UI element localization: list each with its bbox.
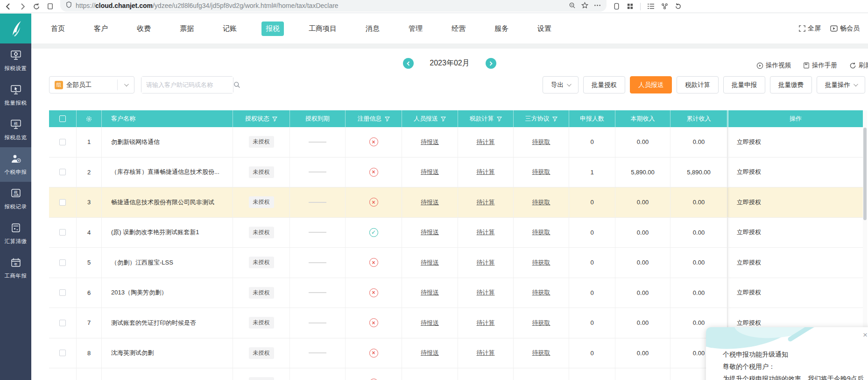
tripartite-link[interactable]: 待获取 [532, 258, 550, 267]
sidebar-item-工商年报[interactable]: 年工商年报 [0, 251, 31, 286]
registration-error-icon[interactable]: × [369, 288, 378, 297]
zoom-out-icon[interactable] [569, 2, 576, 9]
nav-item-消息[interactable]: 消息 [361, 22, 384, 36]
tripartite-link[interactable]: 待获取 [532, 228, 550, 237]
extension-undo-icon[interactable] [675, 3, 682, 10]
url-text[interactable]: https://cloud.chanjet.com/ydzee/u2tl8l6u… [76, 2, 565, 9]
filter-funnel-icon[interactable] [552, 116, 557, 122]
row-checkbox[interactable] [59, 289, 66, 296]
member-button[interactable]: 畅会员 [830, 24, 860, 33]
sidebar-item-报税设置[interactable]: 报税设置 [0, 43, 31, 78]
tax-calc-link[interactable]: 待计算 [477, 228, 495, 237]
nav-item-首页[interactable]: 首页 [47, 22, 69, 36]
more-options-icon[interactable] [594, 4, 601, 7]
authorize-now-link[interactable]: 立即授权 [737, 258, 761, 267]
registration-error-icon[interactable]: × [369, 137, 378, 146]
sidebar-item-报税总览[interactable]: 税报税总览 [0, 113, 31, 147]
employee-dropdown[interactable]: 组 全部员工 [49, 76, 134, 93]
registration-error-icon[interactable]: × [369, 168, 378, 177]
tax-calc-link[interactable]: 待计算 [477, 288, 495, 297]
nav-item-报税[interactable]: 报税 [261, 22, 284, 36]
batch-operate-button[interactable]: 批量操作 [817, 76, 865, 93]
person-submit-link[interactable]: 待报送 [421, 168, 439, 176]
site-security-icon[interactable] [66, 1, 72, 10]
prev-month-button[interactable] [403, 58, 414, 69]
back-icon[interactable] [5, 3, 12, 10]
person-submit-link[interactable]: 待报送 [421, 288, 439, 297]
column-header-tripartite[interactable]: 三方协议 [513, 110, 569, 127]
tax-calc-link[interactable]: 待计算 [477, 319, 495, 327]
row-checkbox[interactable] [59, 139, 66, 145]
column-header-tax_calc[interactable]: 税款计算 [458, 110, 513, 127]
export-button[interactable]: 导出 [543, 76, 579, 93]
row-checkbox[interactable] [59, 199, 66, 206]
person-submit-link[interactable]: 待报送 [421, 258, 439, 267]
authorize-now-link[interactable]: 立即授权 [737, 288, 761, 297]
search-input[interactable] [141, 77, 233, 93]
authorize-now-link[interactable]: 立即授权 [737, 319, 761, 327]
registration-ok-icon[interactable]: ✓ [369, 228, 378, 237]
tripartite-link[interactable]: 待获取 [532, 198, 550, 207]
row-checkbox[interactable] [59, 229, 66, 236]
filter-funnel-icon[interactable] [441, 116, 446, 122]
column-header-person_submit[interactable]: 人员报送 [402, 110, 458, 127]
sidebar-item-汇算清缴[interactable]: 汇算清缴 [0, 216, 31, 251]
registration-error-icon[interactable]: × [369, 258, 378, 267]
nav-item-服务[interactable]: 服务 [490, 22, 513, 36]
extension-branch-icon[interactable] [661, 3, 668, 10]
person-submit-link[interactable]: 待报送 [421, 349, 439, 357]
tax-calc-link[interactable]: 待计算 [477, 349, 495, 357]
nav-item-客户[interactable]: 客户 [90, 22, 112, 36]
nav-item-管理[interactable]: 管理 [404, 22, 427, 36]
row-checkbox[interactable] [59, 350, 66, 356]
extension-grid-icon[interactable] [627, 3, 634, 10]
column-header-auth_status[interactable]: 授权状态 [233, 110, 289, 127]
sidebar-item-批量报税[interactable]: 批量报税 [0, 78, 31, 113]
reload-icon[interactable] [33, 3, 40, 10]
forward-icon[interactable] [19, 3, 26, 10]
column-header-reg_info[interactable]: 注册信息 [345, 110, 402, 127]
registration-error-icon[interactable]: × [369, 318, 378, 327]
sidebar-item-报税记录[interactable]: 税报税记录 [0, 182, 31, 216]
tax-calc-link[interactable]: 待计算 [477, 258, 495, 267]
nav-item-工商项目[interactable]: 工商项目 [304, 22, 341, 36]
nav-item-记账[interactable]: 记账 [219, 22, 241, 36]
operation-manual-link[interactable]: 操作手册 [803, 61, 837, 70]
url-bar[interactable]: https://cloud.chanjet.com/ydzee/u2tl8l6u… [60, 0, 607, 12]
row-checkbox[interactable] [59, 259, 66, 266]
row-checkbox[interactable] [59, 320, 66, 326]
tax-calc-link[interactable]: 待计算 [477, 198, 495, 207]
save-page-icon[interactable] [47, 3, 54, 10]
close-icon[interactable]: × [863, 331, 868, 339]
person-submit-button[interactable]: 人员报送 [630, 76, 672, 93]
chanjet-logo[interactable] [0, 14, 31, 43]
registration-error-icon[interactable]: × [369, 349, 378, 358]
filter-funnel-icon[interactable] [272, 116, 277, 122]
operation-video-link[interactable]: 操作视频 [756, 61, 791, 70]
filter-funnel-icon[interactable] [385, 116, 390, 122]
person-submit-link[interactable]: 待报送 [421, 319, 439, 327]
nav-item-收费[interactable]: 收费 [133, 22, 155, 36]
select-all-checkbox[interactable] [59, 115, 66, 122]
nav-item-经营[interactable]: 经营 [447, 22, 470, 36]
row-checkbox[interactable] [59, 169, 66, 175]
tripartite-link[interactable]: 待获取 [532, 138, 550, 146]
person-submit-link[interactable]: 待报送 [421, 198, 439, 207]
person-submit-link[interactable]: 待报送 [421, 228, 439, 237]
batch-declare-button[interactable]: 批量申报 [723, 76, 765, 93]
authorize-now-link[interactable]: 立即授权 [737, 138, 761, 146]
filter-funnel-icon[interactable] [497, 116, 502, 122]
next-month-button[interactable] [486, 58, 496, 69]
scrollbar-thumb[interactable] [863, 128, 867, 220]
tax-calculate-button[interactable]: 税款计算 [677, 76, 719, 93]
tax-calc-link[interactable]: 待计算 [477, 138, 495, 146]
tripartite-link[interactable]: 待获取 [532, 319, 550, 327]
column-settings-gear-icon[interactable] [85, 115, 92, 122]
tax-calc-link[interactable]: 待计算 [477, 168, 495, 176]
sidebar-item-个税申报[interactable]: ¥个税申报 [0, 147, 31, 182]
nav-item-票据[interactable]: 票据 [176, 22, 198, 36]
registration-error-icon[interactable]: × [369, 198, 378, 207]
tripartite-link[interactable]: 待获取 [532, 168, 550, 176]
authorize-now-link[interactable]: 立即授权 [737, 198, 761, 207]
tripartite-link[interactable]: 待获取 [532, 349, 550, 357]
